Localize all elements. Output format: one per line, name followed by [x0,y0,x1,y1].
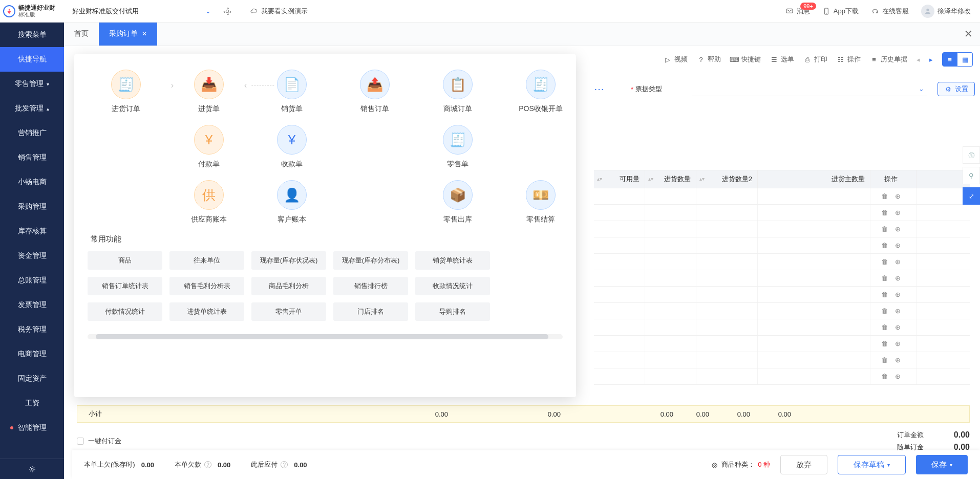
sidebar-item-quicknav[interactable]: 快捷导航 [0,47,64,72]
sidebar-item-funds[interactable]: 资金管理 [0,244,64,268]
table-row[interactable]: 🗑⊕ [594,352,970,368]
demo-link[interactable]: 我要看实例演示 [250,7,308,16]
close-page-button[interactable]: ✕ [956,22,980,46]
add-row-icon[interactable]: ⊕ [895,258,901,266]
deposit-checkbox[interactable] [77,438,84,445]
save-button[interactable]: 保存▾ [916,455,968,474]
settings-button[interactable]: ⚙ 设置 [938,82,975,96]
add-row-icon[interactable]: ⊕ [895,356,901,364]
common-item[interactable]: 现存量(库存分布表) [333,251,408,270]
sidebar-settings[interactable] [0,459,64,479]
col-qty[interactable]: ▴▾进货数量 [645,170,696,188]
flow-node-retail-out[interactable]: 📦零售出库 [419,180,496,224]
sidebar-item-ecom-assistant[interactable]: 小畅电商 [0,170,64,194]
common-item[interactable]: 往来单位 [169,251,244,270]
flow-node-supplier-ledger[interactable]: 供供应商账本 [171,180,247,224]
flow-node-customer-ledger[interactable]: 👤客户账本 [253,180,330,224]
delete-row-icon[interactable]: 🗑 [881,225,888,233]
delete-row-icon[interactable]: 🗑 [881,373,888,380]
delete-row-icon[interactable]: 🗑 [881,307,888,315]
table-row[interactable]: 🗑⊕ [594,319,970,336]
delete-row-icon[interactable]: 🗑 [881,258,888,266]
tool-ops[interactable]: ☷操作 [837,55,861,64]
common-item[interactable]: 销售订单统计表 [88,277,162,295]
table-row[interactable]: 🗑⊕ [594,336,970,352]
table-row[interactable]: 🗑⊕ [594,368,970,385]
sidebar-item-smart[interactable]: 智能管理 [0,416,64,440]
save-draft-button[interactable]: 保存草稿▾ [838,455,906,474]
abandon-button[interactable]: 放弃 [780,455,827,474]
gear-icon[interactable] [223,7,231,15]
add-row-icon[interactable]: ⊕ [895,340,901,347]
table-row[interactable]: 🗑⊕ [594,254,970,270]
tool-print[interactable]: ⎙打印 [803,55,827,64]
view-list-button[interactable]: ≡ [942,52,957,67]
dock-stamp-button[interactable]: ㊞ [963,146,980,164]
flow-node-pos[interactable]: 🧾POS收银开单 [502,70,579,114]
add-row-icon[interactable]: ⊕ [895,307,901,315]
common-item[interactable]: 导购排名 [415,302,490,321]
close-icon[interactable]: ✕ [142,30,147,37]
add-row-icon[interactable]: ⊕ [895,209,901,216]
tool-select[interactable]: ☰选单 [770,55,794,64]
sidebar-item-ecommerce[interactable]: 电商管理 [0,342,64,366]
delete-row-icon[interactable]: 🗑 [881,323,888,331]
more-fields-button[interactable]: ⋯ [594,83,605,95]
flow-node-receipt[interactable]: ¥收款单 [253,125,330,169]
add-row-icon[interactable]: ⊕ [895,192,901,200]
table-row[interactable]: 🗑⊕ [594,270,970,287]
quicknav-scrollbar[interactable] [88,334,563,339]
table-row[interactable]: 🗑⊕ [594,221,970,237]
messages-button[interactable]: 消息 99+ [785,7,810,16]
tab-purchase-order[interactable]: 采购订单 ✕ [99,22,157,46]
common-item[interactable]: 零售开单 [251,302,326,321]
delete-row-icon[interactable]: 🗑 [881,192,888,200]
billtype-select[interactable]: ⌄ [692,82,927,96]
table-row[interactable]: 🗑⊕ [594,287,970,303]
prev-doc-button[interactable]: ◂ [917,56,920,63]
common-item[interactable]: 销售排行榜 [333,277,408,295]
tool-help[interactable]: ?帮助 [697,55,721,64]
scrollbar-thumb[interactable] [96,334,548,339]
tool-history[interactable]: ≡历史单据 [870,55,907,64]
common-item[interactable]: 商品 [88,251,162,270]
sidebar-search[interactable]: 搜索菜单 [0,23,64,47]
support-button[interactable]: 在线客服 [871,7,909,16]
tool-shortcut[interactable]: ⌨快捷键 [730,55,761,64]
flow-node-mall-order[interactable]: 📋商城订单 [419,70,496,114]
common-item[interactable]: 现存量(库存状况表) [251,251,326,270]
table-row[interactable]: 🗑⊕ [594,303,970,319]
flow-node-purchase-order[interactable]: 🧾进货订单› [88,70,164,114]
user-menu[interactable]: 徐泽华修改 [921,5,971,18]
sidebar-item-wholesale[interactable]: 批发管理▴ [0,96,64,121]
table-row[interactable]: 🗑⊕ [594,188,970,205]
delete-row-icon[interactable]: 🗑 [881,274,888,282]
common-item[interactable]: 付款情况统计 [88,302,162,321]
table-row[interactable]: 🗑⊕ [594,205,970,221]
sidebar-item-invoice[interactable]: 发票管理 [0,293,64,317]
flow-node-sales-order[interactable]: 📤销售订单 [336,70,413,114]
sidebar-item-retail[interactable]: 零售管理▾ [0,72,64,96]
sidebar-item-salary[interactable]: 工资 [0,391,64,416]
delete-row-icon[interactable]: 🗑 [881,356,888,364]
sidebar-item-assets[interactable]: 固定资产 [0,366,64,391]
help-icon[interactable]: ? [281,461,288,468]
sidebar-item-tax[interactable]: 税务管理 [0,317,64,342]
help-icon[interactable]: ? [204,461,211,468]
flow-node-retail[interactable]: 🧾零售单 [419,125,496,169]
add-row-icon[interactable]: ⊕ [895,291,901,298]
delete-row-icon[interactable]: 🗑 [881,291,888,298]
flow-node-retail-settle[interactable]: 💴零售结算 [502,180,579,224]
add-row-icon[interactable]: ⊕ [895,242,901,249]
dock-attach-button[interactable]: ⚲ [963,167,980,184]
delete-row-icon[interactable]: 🗑 [881,340,888,347]
add-row-icon[interactable]: ⊕ [895,274,901,282]
add-row-icon[interactable]: ⊕ [895,323,901,331]
table-row[interactable]: 🗑⊕ [594,237,970,254]
col-available[interactable]: ▴▾可用量 [594,170,645,188]
common-item[interactable]: 销货单统计表 [415,251,490,270]
sidebar-item-purchase[interactable]: 采购管理 [0,194,64,219]
add-row-icon[interactable]: ⊕ [895,225,901,233]
app-download-button[interactable]: App下载 [822,7,859,16]
col-qty2[interactable]: ▴▾进货数量2 [696,170,758,188]
